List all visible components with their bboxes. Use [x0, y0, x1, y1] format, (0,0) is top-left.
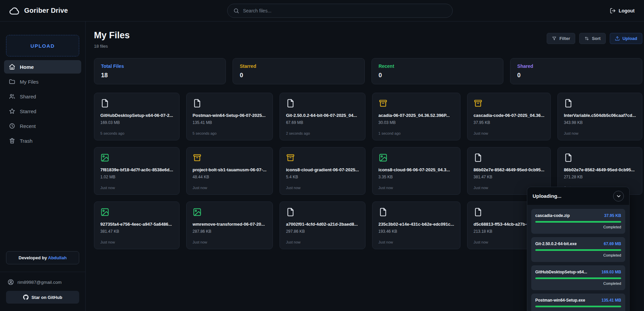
upload-progress-fill: [535, 306, 621, 307]
sidebar-item-label: Recent: [20, 123, 36, 129]
filter-button[interactable]: Filter: [547, 33, 575, 44]
sidebar-item-label: Home: [20, 64, 34, 70]
trash-icon: [9, 137, 15, 144]
file-card[interactable]: cascadia-code-06-07-2025_04.36... 37.95 …: [467, 93, 551, 140]
file-name: 7f81839e-bf18-4d7f-ac0c-8538e6d...: [100, 167, 173, 172]
stat-value: 18: [101, 72, 219, 79]
file-time: 5 seconds ago: [100, 131, 173, 135]
file-card[interactable]: project-bolt-sb1-tauamusm-06-07-... 48.4…: [186, 147, 273, 195]
file-icon: [286, 208, 295, 217]
stat-label: Total Files: [101, 63, 219, 69]
upload-item-row: GitHubDesktopSetup-x64... 169.03 MB: [535, 270, 621, 274]
file-name: 86b02e7e-8562-4649-95ed-0cb95...: [564, 167, 636, 172]
file-card[interactable]: acadia-06-07-2025_04.36.52.396P... 30.03…: [372, 93, 461, 140]
upload-item-status: Completed: [535, 225, 621, 229]
file-card[interactable]: InterVariable.c504db5c06caaf7cd... 343.9…: [557, 93, 642, 140]
upload-button[interactable]: Upload: [610, 33, 642, 44]
file-card[interactable]: icons8-cloud-96-06-07-2025_04.3... 3.35 …: [372, 147, 461, 195]
file-time: Just now: [379, 240, 454, 244]
upload-item: Postman-win64-Setup.exe 135.41 MB: [531, 294, 625, 311]
sidebar-item-label: Starred: [20, 108, 36, 114]
upload-item-status: [535, 310, 621, 311]
file-card[interactable]: Git-2.50.0.2-64-bit-06-07-2025_04... 67.…: [280, 93, 365, 140]
file-card[interactable]: icons8-cloud-gradient-06-07-2025... 5.4 …: [280, 147, 365, 195]
page-head-titles: My Files 18 files: [94, 30, 130, 49]
logout-icon: [610, 8, 616, 14]
file-card[interactable]: Postman-win64-Setup-06-07-2025... 135.41…: [186, 93, 273, 140]
sidebar-item-my-files[interactable]: My Files: [4, 75, 81, 88]
file-card[interactable]: 7f81839e-bf18-4d7f-ac0c-8538e6d... 1.02 …: [94, 147, 180, 195]
file-size: 343.98 KB: [564, 120, 636, 125]
sidebar: UPLOAD Home My Files Shared: [0, 21, 86, 311]
sidebar-item-home[interactable]: Home: [4, 60, 81, 74]
app-title: Goriber Drive: [24, 7, 68, 14]
file-size: 37.95 KB: [474, 120, 544, 125]
file-name: project-bolt-sb1-tauamusm-06-07-...: [193, 167, 266, 172]
file-card[interactable]: a7002f01-4cfd-4d02-a21d-2baed8... 297.86…: [280, 202, 365, 249]
upload-item-name: GitHubDesktopSetup-x64...: [535, 270, 587, 274]
upload-item-name: Git-2.50.0.2-64-bit.exe: [535, 241, 577, 246]
sort-button[interactable]: Sort: [579, 33, 606, 44]
sidebar-item-recent[interactable]: Recent: [4, 119, 81, 133]
file-size: 67.69 MB: [286, 120, 359, 125]
archive-icon: [474, 99, 483, 108]
file-card[interactable]: GitHubDesktopSetup-x64-06-07-2... 169.03…: [94, 93, 180, 140]
sidebar-item-trash[interactable]: Trash: [4, 134, 81, 147]
file-name: GitHubDesktopSetup-x64-06-07-2...: [100, 113, 173, 118]
brand: Goriber Drive: [9, 5, 68, 16]
file-name: Git-2.50.0.2-64-bit-06-07-2025_04...: [286, 113, 359, 118]
logout-button[interactable]: Logout: [610, 8, 635, 14]
upload-item: Git-2.50.0.2-64-bit.exe 67.69 MB Complet…: [531, 237, 625, 262]
file-size: 5.4 KB: [286, 175, 359, 179]
page-head: My Files 18 files Filter Sort Upload: [94, 30, 642, 49]
file-size: 30.03 MB: [379, 120, 454, 125]
upload-progress-fill: [535, 249, 621, 251]
file-card[interactable]: wmremove-transformed-06-07-20... 287.86 …: [186, 202, 273, 249]
file-time: 2 seconds ago: [286, 131, 359, 135]
sidebar-item-starred[interactable]: Starred: [4, 104, 81, 118]
upload-panel-header: Uploading...: [527, 187, 630, 205]
upload-progress-bar: [535, 249, 621, 251]
github-icon: [23, 295, 29, 300]
sidebar-item-shared[interactable]: Shared: [4, 90, 81, 103]
file-name: Postman-win64-Setup-06-07-2025...: [193, 113, 266, 118]
account-email: rim89987@gmail.com: [6, 279, 79, 285]
file-time: Just now: [100, 186, 173, 190]
file-time: Just now: [379, 186, 454, 190]
cloud-logo-icon: [9, 5, 20, 16]
file-size: 287.86 KB: [193, 229, 266, 234]
stat-value: 0: [517, 72, 635, 79]
file-time: Just now: [564, 131, 636, 135]
file-name: icons8-cloud-96-06-07-2025_04.3...: [379, 167, 454, 172]
upload-item-size: 135.41 MB: [601, 298, 621, 303]
file-size: 169.03 MB: [100, 120, 173, 125]
file-time: Just now: [193, 240, 266, 244]
file-name: 86b02e7e-8562-4649-95ed-0cb95...: [474, 167, 544, 172]
sidebar-upload-button[interactable]: UPLOAD: [6, 35, 79, 56]
account-email-text: rim89987@gmail.com: [17, 280, 62, 285]
user-circle-icon: [7, 279, 14, 285]
file-name: cascadia-code-06-07-2025_04.36...: [474, 113, 544, 118]
upload-progress-fill: [535, 221, 621, 223]
collapse-panel-button[interactable]: [613, 191, 624, 202]
file-time: 1 second ago: [379, 131, 454, 135]
file-size: 381.47 KB: [100, 229, 173, 234]
clock-icon: [9, 123, 15, 129]
file-size: 3.35 KB: [379, 175, 454, 179]
stat-label: Recent: [379, 63, 496, 69]
stat-value: 0: [379, 72, 496, 79]
upload-item-size: 37.95 KB: [604, 213, 621, 218]
file-card[interactable]: 235c3b02-e14e-431c-b62e-edc091c... 193.4…: [372, 202, 461, 249]
file-size: 297.86 KB: [286, 229, 359, 234]
logout-label: Logout: [619, 8, 635, 13]
search-input[interactable]: [243, 8, 447, 13]
upload-item-status: Completed: [535, 281, 621, 286]
star-on-github-button[interactable]: Star on GitHub: [6, 291, 79, 304]
filter-icon: [552, 36, 557, 41]
stat-card-shared: Shared 0: [510, 58, 642, 84]
file-icon: [193, 99, 202, 108]
developed-by-prefix: Developed by: [18, 255, 47, 260]
upload-icon: [615, 36, 620, 41]
file-card[interactable]: 92735fa4-e756-4eec-a947-5a6486... 381.47…: [94, 202, 180, 249]
upload-item-size: 67.69 MB: [604, 241, 621, 246]
